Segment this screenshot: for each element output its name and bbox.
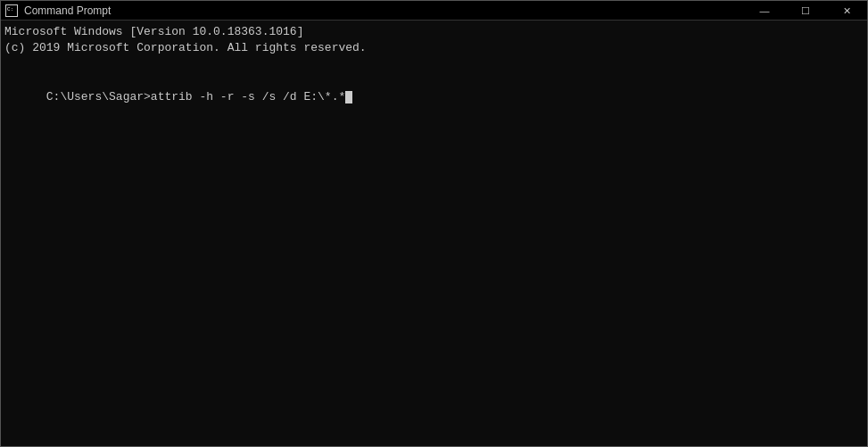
title-bar-controls: — ☐ ✕	[744, 1, 867, 21]
terminal-line-2: (c) 2019 Microsoft Corporation. All righ…	[4, 40, 864, 56]
close-button[interactable]: ✕	[826, 1, 867, 21]
terminal-line-1: Microsoft Windows [Version 10.0.18363.10…	[4, 24, 864, 40]
terminal-body[interactable]: Microsoft Windows [Version 10.0.18363.10…	[1, 21, 867, 446]
cmd-app-icon	[4, 4, 19, 18]
window-title: Command Prompt	[24, 4, 111, 17]
minimize-button[interactable]: —	[744, 1, 785, 21]
maximize-button[interactable]: ☐	[785, 1, 826, 21]
command-prompt-window: Command Prompt — ☐ ✕ Microsoft Windows […	[0, 0, 868, 447]
title-bar-left: Command Prompt	[4, 4, 111, 18]
terminal-line-3	[4, 56, 864, 72]
terminal-cursor	[345, 91, 352, 103]
terminal-line-4: C:\Users\Sagar>attrib -h -r -s /s /d E:\…	[4, 73, 864, 122]
title-bar: Command Prompt — ☐ ✕	[1, 1, 867, 21]
